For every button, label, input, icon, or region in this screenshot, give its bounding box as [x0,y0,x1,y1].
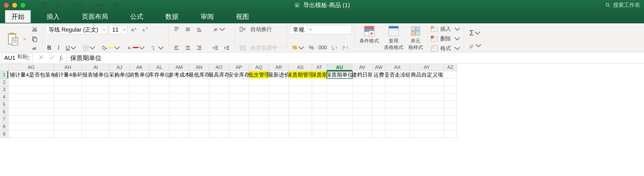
decrease-decimal-button[interactable]: .00.0 [340,44,350,52]
decrease-indent-button[interactable] [211,44,221,52]
cell[interactable] [229,86,249,93]
cell[interactable]: 保质期 [312,71,327,79]
cell[interactable] [312,130,327,138]
cell[interactable] [352,123,372,130]
cell[interactable] [312,79,327,86]
font-name-combo[interactable]: 等线 Regular (正文) [45,25,107,34]
cell[interactable] [312,93,327,101]
cell[interactable]: 保质期单位 [327,71,352,79]
cell[interactable] [444,116,457,123]
column-header[interactable]: AU [327,64,352,71]
cell[interactable]: 报表辅单位 [82,71,110,79]
column-header[interactable]: AT [312,64,327,71]
cell[interactable]: 商品自定义项 [410,71,444,79]
column-header[interactable]: AL [149,64,169,71]
cell[interactable] [249,101,269,108]
cell[interactable] [410,130,444,138]
cell[interactable] [189,116,209,123]
clear-button[interactable] [467,41,483,50]
cell[interactable] [385,79,410,86]
cell[interactable] [149,93,169,101]
cell[interactable] [289,79,312,86]
cell[interactable] [229,116,249,123]
save-icon[interactable] [54,1,63,9]
cell[interactable] [327,93,352,101]
comma-button[interactable]: 000 [317,44,329,52]
cell[interactable] [269,86,289,93]
cell[interactable] [149,108,169,116]
enter-formula-button[interactable] [49,54,55,62]
cell[interactable] [189,93,209,101]
fx-label[interactable]: fx [60,54,63,62]
cell[interactable] [189,79,209,86]
cell[interactable] [352,116,372,123]
tab-view[interactable]: 视图 [230,10,255,23]
cell[interactable] [209,101,229,108]
cell[interactable]: 销售单位 [130,71,149,79]
cell[interactable] [229,79,249,86]
column-header[interactable]: AX [385,64,410,71]
tab-page-layout[interactable]: 页面布局 [76,10,114,23]
format-cells-button[interactable]: 格式 [431,45,461,52]
zoom-window-button[interactable] [20,3,25,8]
align-center-button[interactable] [183,44,193,52]
cell[interactable] [410,123,444,130]
cell[interactable]: 辅计量4条码 [54,71,82,79]
cell[interactable]: 最高库存 [209,71,229,79]
cell[interactable] [9,108,54,116]
cell[interactable] [327,86,352,93]
cell[interactable] [372,79,385,86]
cell[interactable] [209,130,229,138]
close-window-button[interactable] [4,3,9,8]
column-header[interactable]: AV [352,64,372,71]
cell[interactable] [385,116,410,123]
cell[interactable] [189,86,209,93]
cell[interactable] [209,93,229,101]
cell[interactable] [149,101,169,108]
row-header[interactable]: 5 [0,101,9,108]
cell[interactable] [385,130,410,138]
autosave-icon[interactable] [39,1,49,9]
cell[interactable] [312,116,327,123]
cell[interactable] [352,79,372,86]
cell[interactable] [249,108,269,116]
cut-button[interactable] [30,25,40,34]
cell[interactable] [312,108,327,116]
tab-review[interactable]: 审阅 [194,10,220,23]
cell[interactable] [54,79,82,86]
cell[interactable] [130,86,149,93]
cell[interactable] [269,123,289,130]
cell[interactable] [444,123,457,130]
cell[interactable] [149,123,169,130]
cell[interactable] [110,93,130,101]
increase-indent-button[interactable] [222,44,232,52]
cell[interactable] [327,123,352,130]
cell[interactable] [169,86,189,93]
cell[interactable] [385,123,410,130]
row-header[interactable]: 6 [0,108,9,116]
cell[interactable]: 最新进价 [269,71,289,79]
autosum-button[interactable]: Σ [467,27,483,38]
cell[interactable] [54,108,82,116]
cell[interactable] [327,108,352,116]
cell[interactable] [54,93,82,101]
cell[interactable] [130,108,149,116]
cell[interactable] [385,93,410,101]
row-header[interactable]: 3 [0,86,9,93]
number-format-combo[interactable]: 常规 [290,25,352,34]
cell[interactable] [54,123,82,130]
cell[interactable] [209,123,229,130]
row-header[interactable]: 1 [0,71,9,79]
tab-formulas[interactable]: 公式 [124,10,149,23]
cell[interactable] [327,79,352,86]
cell[interactable] [312,101,327,108]
cell[interactable] [312,123,327,130]
cell[interactable] [372,123,385,130]
cell[interactable] [229,93,249,101]
cell[interactable] [130,116,149,123]
delete-cells-button[interactable]: 删除 [431,35,461,42]
conditional-format-button[interactable]: 条件格式 [358,25,381,44]
column-header[interactable]: AR [269,64,289,71]
column-header[interactable]: AI [82,64,110,71]
column-header[interactable]: AQ [249,64,269,71]
